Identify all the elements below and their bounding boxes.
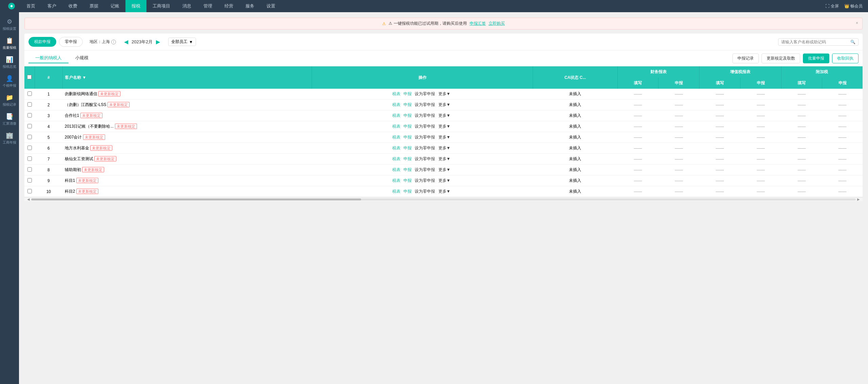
sidebar-item-报税记录[interactable]: 📁报税记录 <box>0 91 19 110</box>
report-record-btn[interactable]: 申报记录 <box>732 54 759 63</box>
fullscreen-btn[interactable]: ⛶ 全屏 <box>825 3 839 9</box>
date-prev-arrow[interactable]: ◀ <box>123 39 130 45</box>
collect-receipt-btn[interactable]: 收取回执 <box>832 54 859 63</box>
row-check-9[interactable] <box>27 189 32 193</box>
op-zero-0[interactable]: 设为零申报 <box>415 91 435 96</box>
op-tax-table-9[interactable]: 税表 <box>392 189 400 194</box>
buy-link[interactable]: 立即购买 <box>489 21 505 26</box>
sub-tab-general[interactable]: 一般的纳税人 <box>28 53 68 63</box>
scroll-left-arrow[interactable]: ◀ <box>26 197 31 201</box>
op-more-0[interactable]: 更多▼ <box>438 91 451 96</box>
row-checkbox-3 <box>24 121 35 132</box>
row-report-add-1: —— <box>822 100 863 110</box>
op-zero-5[interactable]: 设为零申报 <box>415 146 435 150</box>
nav-item-记账[interactable]: 记账 <box>104 0 125 12</box>
op-tax-table-6[interactable]: 税表 <box>392 156 400 161</box>
nav-item-收费[interactable]: 收费 <box>62 0 83 12</box>
row-check-4[interactable] <box>27 135 32 139</box>
banner-close[interactable]: × <box>856 21 858 25</box>
op-declare-3[interactable]: 申报 <box>403 124 412 129</box>
row-fill-add-6: —— <box>781 154 822 165</box>
op-declare-2[interactable]: 申报 <box>403 113 412 118</box>
op-declare-0[interactable]: 申报 <box>403 91 412 96</box>
op-zero-4[interactable]: 设为零申报 <box>415 135 435 140</box>
table-row: 7 杨仙女工资测试 未更新核定 税表 申报 设为零申报 更多▼ 未插入 —— —… <box>24 154 863 165</box>
op-more-9[interactable]: 更多▼ <box>438 189 451 194</box>
tab-tax-declaration[interactable]: 税款申报 <box>28 37 56 47</box>
op-tax-table-0[interactable]: 税表 <box>392 91 400 96</box>
horizontal-scrollbar[interactable]: ◀ ▶ <box>24 197 863 201</box>
row-check-3[interactable] <box>27 124 32 128</box>
op-zero-9[interactable]: 设为零申报 <box>415 189 435 194</box>
sidebar-item-工商年报[interactable]: 🏢工商年报 <box>0 129 19 148</box>
sidebar-item-批量报税[interactable]: 📋批量报税 <box>0 34 19 53</box>
nav-item-报税[interactable]: 报税 <box>125 0 146 12</box>
op-more-3[interactable]: 更多▼ <box>438 124 451 129</box>
op-tax-table-7[interactable]: 税表 <box>392 167 400 172</box>
op-more-5[interactable]: 更多▼ <box>438 146 451 150</box>
table-row: 9 科目1 未更新核定 税表 申报 设为零申报 更多▼ 未插入 —— —— ——… <box>24 175 863 186</box>
sidebar-item-报税总览[interactable]: 📊报税总览 <box>0 53 19 72</box>
row-fill-tax-5: —— <box>699 143 741 154</box>
nav-item-设置[interactable]: 设置 <box>260 0 281 12</box>
op-declare-7[interactable]: 申报 <box>403 167 412 172</box>
select-all-checkbox[interactable] <box>27 75 32 79</box>
nav-item-票据[interactable]: 票据 <box>83 0 104 12</box>
update-quota-btn[interactable]: 更新核定及取数 <box>762 54 800 63</box>
scroll-right-arrow[interactable]: ▶ <box>856 197 861 201</box>
date-next-arrow[interactable]: ▶ <box>155 39 161 45</box>
op-zero-6[interactable]: 设为零申报 <box>415 156 435 161</box>
op-tax-table-1[interactable]: 税表 <box>392 102 400 107</box>
op-declare-8[interactable]: 申报 <box>403 178 412 183</box>
nav-item-服务[interactable]: 服务 <box>239 0 260 12</box>
row-check-7[interactable] <box>27 167 32 172</box>
op-zero-7[interactable]: 设为零申报 <box>415 167 435 172</box>
member-btn[interactable]: 👑 畅会员 <box>844 3 863 9</box>
nav-item-管理[interactable]: 管理 <box>197 0 218 12</box>
nav-item-消息[interactable]: 消息 <box>176 0 197 12</box>
nav-item-工商项目[interactable]: 工商项目 <box>146 0 176 12</box>
sidebar-item-汇算清缴[interactable]: 📑汇算清缴 <box>0 110 19 129</box>
row-check-1[interactable] <box>27 102 32 107</box>
sidebar-item-报税设置[interactable]: ⚙报税设置 <box>0 15 19 34</box>
nav-item-首页[interactable]: 首页 <box>20 0 41 12</box>
op-more-1[interactable]: 更多▼ <box>438 102 451 107</box>
op-more-2[interactable]: 更多▼ <box>438 113 451 118</box>
op-tax-table-8[interactable]: 税表 <box>392 178 400 183</box>
op-more-6[interactable]: 更多▼ <box>438 156 451 161</box>
op-more-8[interactable]: 更多▼ <box>438 178 451 183</box>
staff-select[interactable]: 全部员工 ▼ <box>168 38 196 46</box>
row-check-0[interactable] <box>27 91 32 96</box>
op-zero-1[interactable]: 设为零申报 <box>415 102 435 107</box>
nav-item-客户[interactable]: 客户 <box>41 0 62 12</box>
op-tax-table-4[interactable]: 税表 <box>392 135 400 140</box>
op-more-7[interactable]: 更多▼ <box>438 167 451 172</box>
op-declare-5[interactable]: 申报 <box>403 146 412 150</box>
scroll-track[interactable] <box>31 198 856 200</box>
row-check-5[interactable] <box>27 146 32 150</box>
op-declare-1[interactable]: 申报 <box>403 102 412 107</box>
op-declare-6[interactable]: 申报 <box>403 156 412 161</box>
row-check-8[interactable] <box>27 178 32 183</box>
op-tax-table-2[interactable]: 税表 <box>392 113 400 118</box>
sidebar-item-个税申报[interactable]: 👤个税申报 <box>0 72 19 91</box>
nav-item-经营[interactable]: 经营 <box>218 0 239 12</box>
row-check-6[interactable] <box>27 156 32 161</box>
op-zero-8[interactable]: 设为零申报 <box>415 178 435 183</box>
sub-tab-small[interactable]: 小规模 <box>68 53 95 63</box>
search-icon[interactable]: 🔍 <box>850 40 855 44</box>
op-declare-4[interactable]: 申报 <box>403 135 412 140</box>
op-tax-table-3[interactable]: 税表 <box>392 124 400 129</box>
tab-zero-declaration[interactable]: 零申报 <box>59 37 83 47</box>
row-check-2[interactable] <box>27 113 32 118</box>
search-input[interactable] <box>781 40 849 44</box>
apply-link[interactable]: 申报汇签 <box>470 21 486 26</box>
info-icon[interactable]: i <box>111 40 116 44</box>
op-declare-9[interactable]: 申报 <box>403 189 412 194</box>
op-tax-table-5[interactable]: 税表 <box>392 146 400 150</box>
op-zero-2[interactable]: 设为零申报 <box>415 113 435 118</box>
batch-report-btn[interactable]: 批量申报 <box>803 54 829 63</box>
row-fill-add-9: —— <box>781 186 822 197</box>
op-more-4[interactable]: 更多▼ <box>438 135 451 140</box>
op-zero-3[interactable]: 设为零申报 <box>415 124 435 129</box>
